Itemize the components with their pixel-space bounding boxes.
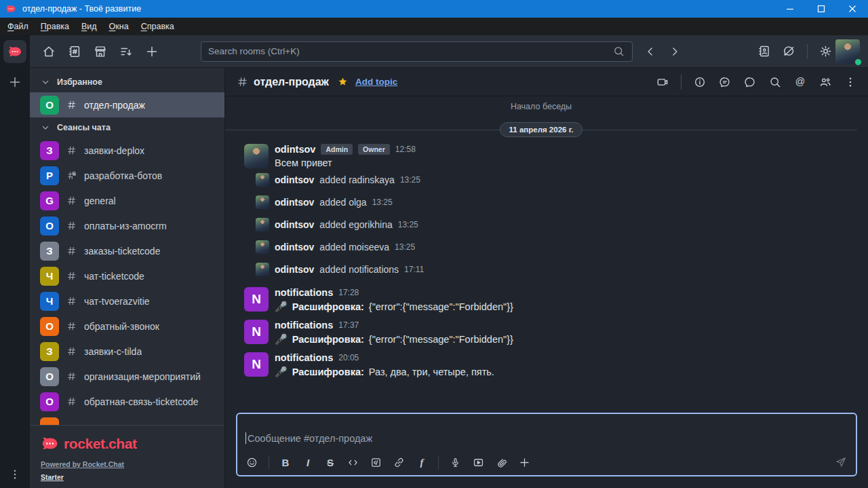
add-topic-link[interactable]: Add topic	[355, 77, 397, 87]
message-input[interactable]: Сообщение #отдел-продаж	[237, 414, 856, 453]
menu-item-help[interactable]: Справка	[135, 19, 180, 34]
hash-lock-icon	[66, 170, 77, 181]
room-avatar: О	[40, 367, 59, 386]
search-rooms-input[interactable]: Search rooms (Ctrl+K)	[201, 41, 633, 62]
message-author: notifications	[275, 352, 333, 363]
admin-settings-button[interactable]	[818, 44, 833, 58]
workspace-button[interactable]	[3, 40, 26, 63]
video-message-button[interactable]	[472, 456, 485, 469]
italic-button[interactable]: I	[302, 457, 314, 468]
create-new-button[interactable]	[144, 44, 160, 59]
search-icon	[612, 45, 625, 58]
history-forward-button[interactable]	[668, 45, 682, 58]
user-avatar[interactable]	[835, 39, 860, 64]
code-block-button[interactable]	[370, 456, 382, 469]
room-name: заявки-с-tilda	[84, 346, 142, 357]
server-rail	[0, 35, 30, 488]
user-avatar[interactable]	[256, 218, 269, 231]
contacts-button[interactable]	[757, 44, 771, 58]
discussions-button[interactable]	[743, 75, 757, 89]
bot-message: Nnotifications20:05🎤Расшифровка:Раз, два…	[225, 352, 857, 378]
message-text: Раз, два, три, четыре, пять.	[369, 367, 494, 377]
marketplace-button[interactable]	[92, 44, 108, 59]
room-avatar: О	[40, 217, 59, 236]
home-button[interactable]	[41, 44, 57, 59]
omnichannel-disabled-button[interactable]	[782, 44, 796, 58]
sidebar-item-заказы-ticketcode[interactable]: Ззаказы-ticketcode	[30, 238, 224, 263]
section-label: Избранное	[57, 77, 102, 87]
bot-avatar[interactable]: N	[244, 320, 269, 344]
bot-avatar[interactable]: N	[244, 287, 269, 312]
message-author: notifications	[275, 287, 333, 298]
toolbar-divider	[438, 455, 439, 469]
add-server-button[interactable]	[7, 75, 22, 90]
sidebar-item-general[interactable]: Ggeneral	[30, 188, 224, 213]
svg-text:@: @	[795, 76, 805, 87]
math-button[interactable]: f	[416, 457, 428, 468]
transcript-label: Расшифровка:	[292, 301, 364, 312]
menu-item-edit[interactable]: Правка	[35, 19, 75, 34]
chevron-down-icon	[40, 77, 51, 88]
brand-text: rocket.chat	[64, 436, 137, 452]
menu-item-window[interactable]: Окна	[103, 19, 135, 34]
message-time: 13:25	[395, 242, 415, 252]
threads-button[interactable]	[718, 75, 732, 89]
bot-avatar[interactable]: N	[244, 352, 269, 377]
sidebar-item-организация-мероприятий[interactable]: Оорганизация-мероприятий	[30, 364, 224, 389]
send-button[interactable]	[834, 455, 848, 469]
directory-button[interactable]	[66, 44, 83, 59]
sidebar-item-чат-tvoerazvitie[interactable]: Ччат-tvoerazvitie	[30, 288, 224, 314]
system-text: added notifications	[319, 264, 399, 275]
channel-hash-icon	[236, 75, 249, 88]
plan-starter-link[interactable]: Starter	[41, 473, 214, 481]
favorite-star-icon[interactable]	[337, 76, 349, 88]
emoji-button[interactable]	[245, 456, 258, 469]
search-messages-button[interactable]	[768, 75, 782, 89]
maximize-button[interactable]	[806, 0, 837, 18]
options-kebab-button[interactable]	[844, 75, 857, 89]
attach-file-button[interactable]	[495, 456, 508, 469]
strikethrough-button[interactable]: S	[324, 457, 336, 468]
hash-icon	[66, 320, 77, 332]
sidebar-item-чат-ticketcode[interactable]: Ччат-ticketcode	[30, 263, 224, 288]
room-info-button[interactable]	[693, 75, 707, 89]
system-message: odintsovadded notifications17:11	[225, 258, 857, 280]
sidebar-item-разработка-ботов[interactable]: Pразработка-ботов	[30, 163, 224, 188]
sort-channels-button[interactable]	[118, 44, 134, 59]
history-back-button[interactable]	[644, 45, 657, 58]
sidebar-item-заявки-deplox[interactable]: Ззаявки-deplox	[30, 138, 224, 163]
sidebar-item-оплаты-из-amocrm[interactable]: Ооплаты-из-amocrm	[30, 213, 224, 238]
toolbar-divider	[681, 75, 682, 90]
section-header-1[interactable]: Сеансы чата	[30, 117, 224, 138]
sidebar-item-hidden[interactable]	[30, 414, 224, 425]
message-time: 17:11	[404, 265, 424, 274]
audio-message-button[interactable]	[449, 456, 462, 469]
rail-menu-button[interactable]	[8, 468, 22, 481]
sidebar-item-обратный-звонок[interactable]: Ообратный-звонок	[30, 314, 224, 339]
minimize-button[interactable]	[774, 0, 806, 18]
room-header: отдел-продаж Add topic @	[225, 68, 868, 96]
menu-item-view[interactable]: Вид	[75, 19, 103, 34]
user-avatar[interactable]	[256, 195, 269, 209]
room-avatar: О	[40, 392, 59, 411]
menu-item-file[interactable]: Файл	[1, 19, 35, 34]
section-header-0[interactable]: Избранное	[30, 72, 224, 92]
system-author: odintsov	[275, 242, 314, 252]
message-time: 12:58	[395, 145, 416, 154]
inline-code-button[interactable]	[347, 456, 359, 469]
link-button[interactable]	[393, 456, 406, 469]
sidebar-item-заявки-с-tilda[interactable]: Ззаявки-с-tilda	[30, 339, 224, 364]
mentions-button[interactable]: @	[793, 75, 807, 89]
bold-button[interactable]: B	[279, 457, 292, 468]
user-avatar[interactable]	[256, 173, 269, 187]
user-avatar[interactable]	[256, 240, 269, 254]
powered-by-link[interactable]: Powered by Rocket.Chat	[41, 460, 124, 468]
plus-button[interactable]	[518, 456, 531, 469]
sidebar-item-обратная-связь-ticketcode[interactable]: Ообратная-связь-ticketcode	[30, 389, 224, 414]
video-call-button[interactable]	[656, 75, 669, 89]
user-avatar[interactable]	[244, 144, 269, 168]
user-avatar[interactable]	[256, 263, 269, 276]
close-button[interactable]	[837, 0, 868, 18]
sidebar-item-отдел-продаж[interactable]: Оотдел-продаж	[30, 92, 224, 117]
team-members-button[interactable]	[818, 75, 832, 89]
